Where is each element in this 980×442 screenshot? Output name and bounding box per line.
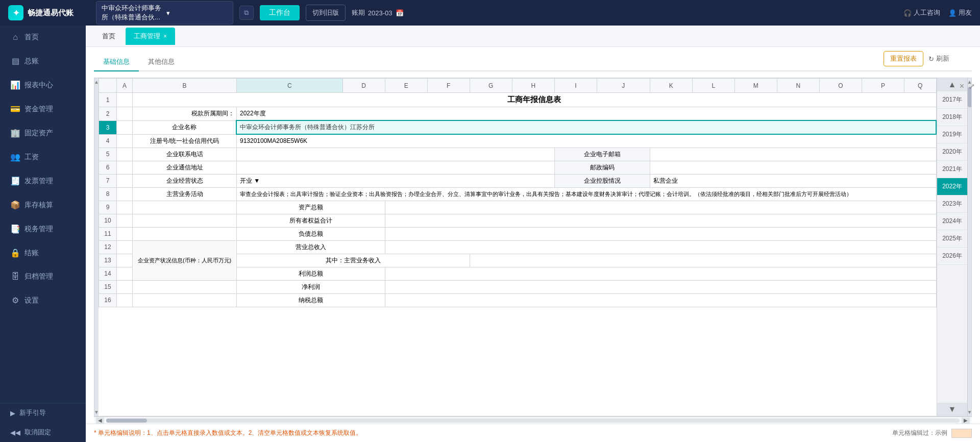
cell-4-b: 注册号/统一社会信用代码 <box>133 134 237 148</box>
tax-icon: 📑 <box>10 224 20 234</box>
tab-commerce[interactable]: 工商管理 × <box>126 28 175 45</box>
sidebar-item-home[interactable]: ⌂ 首页 <box>0 26 86 49</box>
h-scroll-thumb[interactable] <box>106 419 147 423</box>
sidebar-item-close[interactable]: 🔒 结账 <box>0 241 86 265</box>
cell-title[interactable]: 工商年报信息表 <box>133 93 936 107</box>
sidebar-label-close: 结账 <box>24 249 39 258</box>
cell-8-a <box>117 187 133 201</box>
col-header-o: O <box>819 79 862 93</box>
year-item-2019[interactable]: 2019年 <box>937 126 967 143</box>
scroll-down-icon[interactable]: ▼ <box>94 409 99 415</box>
new-guide-item[interactable]: ▶ 新手引导 <box>0 403 86 423</box>
cell-5-k[interactable] <box>650 148 936 161</box>
cancel-fixed-item[interactable]: ◀◀ 取消固定 <box>0 423 86 442</box>
old-version-button[interactable]: 切到旧版 <box>306 5 346 21</box>
sub-tab-basic[interactable]: 基础信息 <box>94 53 139 71</box>
cell-9-e[interactable] <box>385 201 936 214</box>
expand-window-icon[interactable]: ⤢ <box>968 82 975 91</box>
period-area: 账期 2023-03 📅 <box>352 8 404 17</box>
sidebar-item-reports[interactable]: 📊 报表中心 <box>0 73 86 97</box>
cell-13-g[interactable] <box>470 254 936 267</box>
sidebar-item-assets[interactable]: 🏢 固定资产 <box>0 121 86 145</box>
year-item-2025[interactable]: 2025年 <box>937 230 967 248</box>
workbench-button[interactable]: 工作台 <box>260 5 300 20</box>
year-item-2023[interactable]: 2023年 <box>937 195 967 213</box>
sidebar-item-invoice[interactable]: 🧾 发票管理 <box>0 169 86 193</box>
user-area[interactable]: 👤 用友 <box>948 8 972 17</box>
year-item-2017[interactable]: 2017年 <box>937 91 967 109</box>
copy-icon[interactable]: ⧉ <box>239 6 254 20</box>
cell-5-c[interactable] <box>236 148 554 161</box>
reports-icon: 📊 <box>10 80 20 90</box>
sidebar-item-ledger[interactable]: ▤ 总账 <box>0 49 86 73</box>
cell-10-b <box>133 214 237 227</box>
logo-text: 畅捷通易代账 <box>28 8 74 18</box>
h-scroll-track[interactable] <box>106 419 960 423</box>
h-scroll-left-icon[interactable]: ◀ <box>96 418 104 424</box>
calendar-icon[interactable]: 📅 <box>396 9 404 17</box>
scroll-up-icon[interactable]: ▲ <box>94 79 99 85</box>
sidebar-item-funds[interactable]: 💳 资金管理 <box>0 97 86 121</box>
cell-16-c: 纳税总额 <box>236 293 385 307</box>
year-item-2020[interactable]: 2020年 <box>937 143 967 161</box>
cell-4-c[interactable]: 91320100MA208E5W6K <box>236 134 936 148</box>
period-value: 2023-03 <box>368 9 393 17</box>
sub-tab-other[interactable]: 其他信息 <box>139 53 184 71</box>
cell-10-e[interactable] <box>385 214 936 227</box>
year-item-2022[interactable]: 2022年 <box>937 178 967 195</box>
table-row: 15 净利润 <box>99 280 937 293</box>
sidebar-item-inventory[interactable]: 📦 库存核算 <box>0 193 86 217</box>
sidebar-item-tax[interactable]: 📑 税务管理 <box>0 217 86 241</box>
tab-close-icon[interactable]: × <box>163 33 167 40</box>
row-num-3: 3 <box>99 120 117 134</box>
sidebar-label-funds: 资金管理 <box>24 105 53 114</box>
company-selector[interactable]: 中审众环会计师事务所（特殊普通合伙... ▾ <box>96 1 233 24</box>
row-num-6: 6 <box>99 161 117 174</box>
sidebar-label-assets: 固定资产 <box>24 129 53 138</box>
consult-button[interactable]: 🎧 人工咨询 <box>903 8 940 17</box>
reset-report-button[interactable]: 重置报表 <box>884 51 923 66</box>
cell-6-c[interactable] <box>236 161 554 174</box>
cell-6-k[interactable] <box>650 161 936 174</box>
cell-7-k[interactable]: 私营企业 <box>650 174 936 187</box>
scroll-right-down[interactable]: ▼ <box>967 409 972 415</box>
sidebar-item-archive[interactable]: 🗄 归档管理 <box>0 265 86 288</box>
sidebar-item-settings[interactable]: ⚙ 设置 <box>0 288 86 312</box>
year-panel-down[interactable]: ▼ <box>937 403 967 416</box>
headset-icon: 🎧 <box>903 9 912 17</box>
close-books-icon: 🔒 <box>10 248 20 258</box>
close-window-icon[interactable]: × <box>960 82 964 91</box>
cell-15-a <box>117 280 133 293</box>
cell-company-name[interactable]: 中审众环会计师事务所（特殊普通合伙）江苏分所 <box>236 120 936 134</box>
year-item-2026[interactable]: 2026年 <box>937 248 967 265</box>
cell-15-b <box>133 280 237 293</box>
year-item-2018[interactable]: 2018年 <box>937 109 967 126</box>
ledger-icon: ▤ <box>10 56 20 66</box>
right-scrollbar[interactable]: ▲ ▼ <box>967 78 971 416</box>
h-scroll-right-icon[interactable]: ▶ <box>962 418 970 424</box>
v-scrollbar[interactable]: ▲ ▼ <box>94 78 99 416</box>
year-item-2024[interactable]: 2024年 <box>937 213 967 230</box>
h-scroll-bar[interactable]: ◀ ▶ <box>94 416 972 424</box>
sidebar-item-payroll[interactable]: 👥 工资 <box>0 145 86 169</box>
cell-15-e[interactable] <box>385 280 936 293</box>
tab-home[interactable]: 首页 <box>94 28 124 45</box>
cell-1-a <box>117 93 133 107</box>
cell-16-e[interactable] <box>385 293 936 307</box>
cell-8-c[interactable]: 审查企业会计报表；出具审计报告；验证企业资本；出具验资报告；办理企业合开、分立、… <box>236 187 936 201</box>
cell-7-c[interactable]: 开业 ▼ <box>236 174 554 187</box>
cell-7-b: 企业经营状态 <box>133 174 237 187</box>
cell-12-e[interactable] <box>385 240 936 254</box>
table-row: 1 工商年报信息表 <box>99 93 937 107</box>
refresh-label: 刷新 <box>936 54 949 63</box>
cell-14-e[interactable] <box>385 267 936 280</box>
cell-11-e[interactable] <box>385 227 936 240</box>
spreadsheet-scroll[interactable]: A B C D E F G H I J <box>99 78 937 416</box>
year-item-2021[interactable]: 2021年 <box>937 161 967 178</box>
spreadsheet-table: A B C D E F G H I J <box>99 78 937 307</box>
refresh-button[interactable]: ↻ 刷新 <box>928 54 949 63</box>
cell-2-c[interactable]: 2022年度 <box>236 107 936 121</box>
cell-3-a <box>117 120 133 134</box>
col-header-b: B <box>133 79 237 93</box>
cell-10-a <box>117 214 133 227</box>
